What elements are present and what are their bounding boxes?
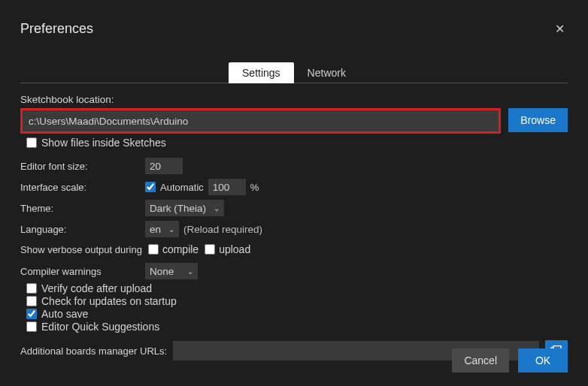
theme-select[interactable]: Dark (Theia) ⌄ [145,200,224,216]
quick-suggestions-checkbox[interactable] [26,321,37,332]
browse-button[interactable]: Browse [508,108,568,132]
compile-label: compile [162,243,199,255]
chevron-down-icon: ⌄ [187,267,193,276]
language-value: en [150,224,161,235]
chevron-down-icon: ⌄ [214,204,220,213]
language-select[interactable]: en ⌄ [145,221,179,237]
verify-upload-label: Verify code after upload [41,282,152,294]
theme-label: Theme: [20,203,145,214]
warnings-value: None [150,266,174,277]
theme-value: Dark (Theia) [150,203,206,214]
quick-suggestions-label: Editor Quick Suggestions [41,321,159,333]
sketchbook-path-input[interactable] [23,110,499,131]
sketchbook-label: Sketchbook location: [20,94,568,105]
compile-checkbox[interactable] [148,244,159,255]
automatic-scale-checkbox[interactable] [145,182,156,192]
font-size-label: Editor font size: [20,161,145,172]
warnings-select[interactable]: None ⌄ [145,263,198,279]
tab-network[interactable]: Network [294,62,359,83]
chevron-down-icon: ⌄ [168,225,174,234]
interface-scale-label: Interface scale: [20,182,145,193]
cancel-button[interactable]: Cancel [452,348,509,372]
dialog-title: Preferences [20,21,93,37]
scale-input[interactable] [208,179,246,195]
verify-upload-checkbox[interactable] [26,283,37,294]
check-updates-label: Check for updates on startup [41,295,177,307]
upload-label: upload [219,243,250,255]
show-files-checkbox[interactable] [26,137,37,148]
close-button[interactable]: ✕ [552,19,568,39]
ok-button[interactable]: OK [518,348,568,372]
tab-bar: Settings Network [20,62,568,83]
tab-settings[interactable]: Settings [229,62,294,83]
auto-save-label: Auto save [41,308,88,320]
upload-checkbox[interactable] [205,244,215,255]
font-size-input[interactable] [145,158,183,174]
check-updates-checkbox[interactable] [26,296,37,306]
reload-hint: (Reload required) [183,224,262,235]
percent-label: % [250,182,259,193]
verbose-label: Show verbose output during [20,244,142,255]
boards-urls-label: Additional boards manager URLs: [20,345,167,357]
language-label: Language: [20,224,145,235]
auto-save-checkbox[interactable] [26,309,37,319]
sketchbook-highlight [20,108,501,134]
show-files-label: Show files inside Sketches [41,137,166,149]
compiler-warnings-label: Compiler warnings [20,266,145,277]
automatic-label: Automatic [160,182,204,193]
